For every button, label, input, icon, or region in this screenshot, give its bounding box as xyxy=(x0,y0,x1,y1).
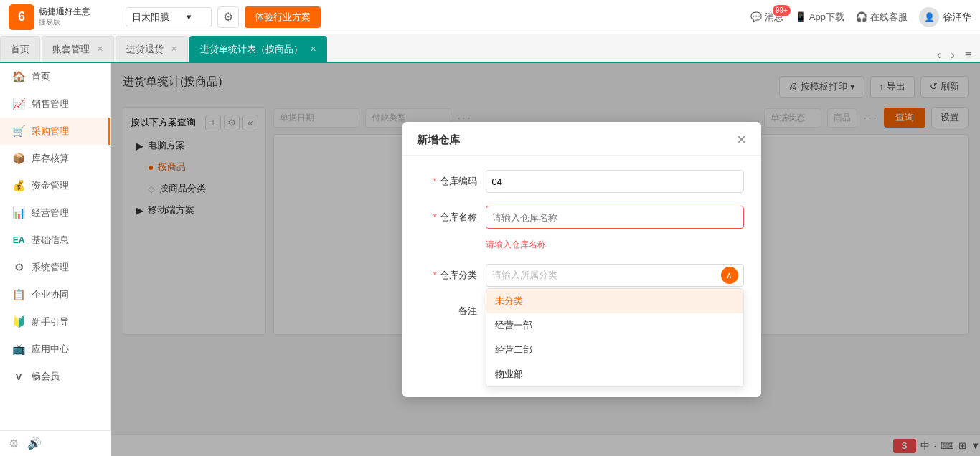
sidebar-item-sales[interactable]: 📈 销售管理 xyxy=(0,90,110,118)
sidebar-volume-icon[interactable]: 🔊 xyxy=(27,437,42,450)
dropdown-item-0[interactable]: 未分类 xyxy=(486,289,743,313)
sidebar-label-home: 首页 xyxy=(32,70,50,83)
message-notification[interactable]: 💬 消息 99+ xyxy=(750,11,783,24)
sidebar-item-home[interactable]: 🏠 首页 xyxy=(0,63,110,90)
enterprise-icon: 📋 xyxy=(11,288,26,301)
tab-account[interactable]: 账套管理 ✕ xyxy=(42,36,114,62)
top-right-area: 💬 消息 99+ 📱 App下载 🎧 在线客服 👤 徐泽华 xyxy=(750,7,971,27)
tab-bar: 首页 账套管理 ✕ 进货退货 ✕ 进货单统计表（按商品） ✕ ‹ › ≡ xyxy=(0,34,980,63)
sidebar-label-basic-info: 基础信息 xyxy=(32,234,69,247)
sidebar-label-operations: 经营管理 xyxy=(32,206,69,219)
dropdown-arrow-icon: ▾ xyxy=(187,11,192,22)
dropdown-item-2[interactable]: 经营二部 xyxy=(486,338,743,362)
page-area: 进货单统计(按商品) 🖨 按模板打印 ▾ ↑ 导出 ↺ 刷新 xyxy=(111,63,980,456)
search-text: 日太阳膜 xyxy=(132,11,169,24)
category-label: 仓库分类 xyxy=(420,264,477,287)
stock-icon: 📦 xyxy=(11,152,26,165)
select-arrow-icon[interactable]: ∧ xyxy=(721,267,738,284)
tab-purchase-stats-label: 进货单统计表（按商品） xyxy=(200,43,303,56)
logo-line1: 畅捷通好生意 xyxy=(39,6,90,18)
sidebar-footer: ⚙ 🔊 xyxy=(0,430,111,456)
app-download[interactable]: 📱 App下载 xyxy=(795,11,844,24)
tab-right-arrow[interactable]: › xyxy=(948,49,957,62)
service-label: 在线客服 xyxy=(870,11,908,24)
modal-body: 仓库编码 仓库名称 请输入仓库名称 仓库分类 xyxy=(402,156,761,343)
app-center-icon: 📺 xyxy=(11,343,26,356)
sidebar-item-stock[interactable]: 📦 库存核算 xyxy=(0,145,110,172)
sidebar-label-member: 畅会员 xyxy=(32,370,60,383)
modal-close-btn[interactable]: ✕ xyxy=(736,132,747,148)
sidebar-label-finance: 资金管理 xyxy=(32,179,69,192)
name-label: 仓库名称 xyxy=(420,206,477,229)
logo-text-block: 畅捷通好生意 捷易版 xyxy=(39,6,90,28)
search-dropdown[interactable]: 日太阳膜 ▾ xyxy=(126,7,212,27)
headset-icon: 🎧 xyxy=(856,11,867,22)
main-layout: 🏠 首页 📈 销售管理 🛒 采购管理 📦 库存核算 💰 资金管理 📊 经营管理 … xyxy=(0,63,980,456)
sidebar-item-member[interactable]: V 畅会员 xyxy=(0,363,110,390)
top-bar: 6 畅捷通好生意 捷易版 日太阳膜 ▾ ⚙ 体验行业方案 💬 消息 99+ 📱 … xyxy=(0,0,980,34)
tab-purchase-stats[interactable]: 进货单统计表（按商品） ✕ xyxy=(189,36,327,62)
purchase-icon: 🛒 xyxy=(11,125,26,138)
sidebar-settings-icon[interactable]: ⚙ xyxy=(9,437,19,450)
avatar: 👤 xyxy=(919,7,939,27)
sidebar-item-guide[interactable]: 🔰 新手引导 xyxy=(0,308,110,336)
sidebar-label-enterprise: 企业协同 xyxy=(32,288,69,301)
new-warehouse-modal: 新增仓库 ✕ 仓库编码 仓库名称 请输入仓库名称 xyxy=(402,122,761,397)
category-select[interactable]: 请输入所属分类 xyxy=(486,264,744,287)
form-row-name: 仓库名称 请输入仓库名称 xyxy=(420,206,744,251)
sidebar-label-sales: 销售管理 xyxy=(32,98,69,110)
gear-icon: ⚙ xyxy=(223,10,233,24)
tab-left-arrow[interactable]: ‹ xyxy=(934,49,943,62)
tab-account-close[interactable]: ✕ xyxy=(97,44,103,54)
sidebar-label-app-center: 应用中心 xyxy=(32,343,69,356)
basic-info-icon: EA xyxy=(11,235,26,245)
online-service[interactable]: 🎧 在线客服 xyxy=(856,11,908,24)
sales-icon: 📈 xyxy=(11,98,26,110)
name-input[interactable] xyxy=(486,206,744,229)
category-select-wrapper: 请输入所属分类 ∧ 未分类 经营一部 经营二部 xyxy=(486,264,744,287)
code-input[interactable] xyxy=(486,170,744,193)
system-icon: ⚙ xyxy=(11,261,26,274)
message-icon: 💬 xyxy=(750,11,762,22)
sidebar-item-purchase[interactable]: 🛒 采购管理 xyxy=(0,118,110,145)
tab-purchase-return[interactable]: 进货退货 ✕ xyxy=(116,36,188,62)
top-search-area: 日太阳膜 ▾ ⚙ 体验行业方案 xyxy=(126,6,321,28)
user-info-area[interactable]: 👤 徐泽华 xyxy=(919,7,971,27)
sidebar-item-app-center[interactable]: 📺 应用中心 xyxy=(0,336,110,363)
sidebar-item-basic-info[interactable]: EA 基础信息 xyxy=(0,227,110,254)
operations-icon: 📊 xyxy=(11,206,26,219)
tab-home[interactable]: 首页 xyxy=(0,36,40,62)
tab-menu-icon[interactable]: ≡ xyxy=(962,49,974,62)
sidebar-item-operations[interactable]: 📊 经营管理 xyxy=(0,199,110,227)
app-logo-icon: 6 xyxy=(9,4,34,30)
home-icon: 🏠 xyxy=(11,70,26,83)
guide-icon: 🔰 xyxy=(11,315,26,328)
modal-title: 新增仓库 xyxy=(417,133,460,147)
sidebar-label-stock: 库存核算 xyxy=(32,152,69,165)
tab-home-label: 首页 xyxy=(11,43,29,56)
form-row-code: 仓库编码 xyxy=(420,170,744,193)
tab-purchase-stats-close[interactable]: ✕ xyxy=(310,44,316,54)
code-label: 仓库编码 xyxy=(420,170,477,193)
tab-purchase-return-close[interactable]: ✕ xyxy=(171,44,177,54)
sidebar-item-enterprise[interactable]: 📋 企业协同 xyxy=(0,281,110,308)
logo-line2: 捷易版 xyxy=(39,17,90,27)
sidebar-item-system[interactable]: ⚙ 系统管理 xyxy=(0,254,110,281)
settings-icon-btn[interactable]: ⚙ xyxy=(217,6,239,28)
sidebar-label-purchase: 采购管理 xyxy=(32,125,69,138)
tab-purchase-return-label: 进货退货 xyxy=(126,43,164,56)
tab-actions: ‹ › ≡ xyxy=(934,49,980,62)
message-badge: 99+ xyxy=(773,5,791,16)
phone-icon: 📱 xyxy=(795,11,806,22)
trial-button[interactable]: 体验行业方案 xyxy=(245,6,321,28)
tab-account-label: 账套管理 xyxy=(52,43,90,56)
name-error-msg: 请输入仓库名称 xyxy=(486,239,546,250)
sidebar-label-guide: 新手引导 xyxy=(32,315,69,328)
username-label: 徐泽华 xyxy=(943,11,971,24)
logo-area: 6 畅捷通好生意 捷易版 xyxy=(9,4,120,30)
dropdown-item-3[interactable]: 物业部 xyxy=(486,362,743,386)
dropdown-item-1[interactable]: 经营一部 xyxy=(486,313,743,338)
sidebar-item-finance[interactable]: 💰 资金管理 xyxy=(0,172,110,199)
category-placeholder: 请输入所属分类 xyxy=(492,269,557,282)
category-dropdown: 未分类 经营一部 经营二部 物业部 xyxy=(486,288,744,387)
